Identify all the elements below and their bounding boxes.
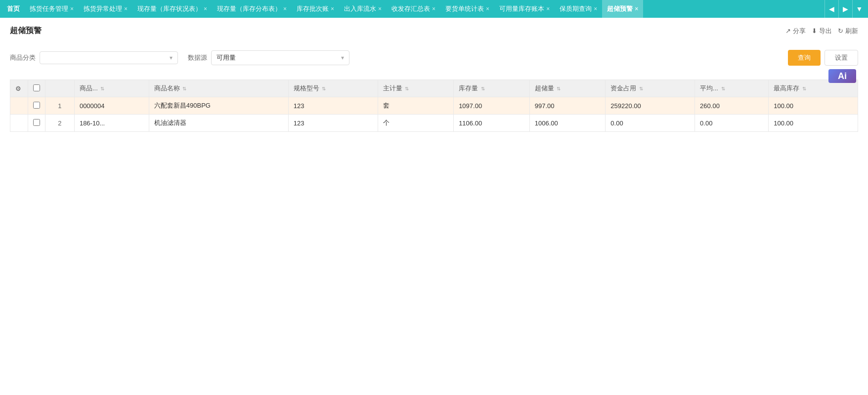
datasource-select-value: 可用量 — [217, 53, 236, 62]
cell-overstock-1: 1006.00 — [529, 115, 606, 132]
nav-close-available-book[interactable]: × — [546, 5, 550, 12]
datasource-filter: 数据源 可用量 ▾ — [188, 50, 349, 65]
row-checkbox-1[interactable] — [33, 119, 40, 126]
th-product-code[interactable]: 商品... ⇅ — [74, 80, 149, 97]
nav-summary[interactable]: 收发存汇总表 × — [387, 0, 440, 18]
select-all-checkbox[interactable] — [33, 84, 40, 91]
cell-product-name-0: 六配套新昌490BPG — [149, 97, 288, 115]
sort-icon-max-inventory: ⇅ — [802, 86, 806, 91]
nav-close-inventory-status[interactable]: × — [204, 5, 207, 12]
th-row-num — [45, 80, 75, 97]
nav-batch-account[interactable]: 库存批次账 × — [292, 0, 339, 18]
cell-num-1: 2 — [45, 115, 75, 132]
cell-max-inventory-1: 100.00 — [769, 115, 858, 132]
cell-product-code-0: 0000004 — [74, 97, 149, 115]
th-spec[interactable]: 规格型号 ⇅ — [288, 80, 378, 97]
cell-gear-0 — [10, 97, 28, 115]
nav-close-batch-account[interactable]: × — [331, 5, 334, 12]
chevron-down-icon-2: ▾ — [341, 54, 344, 61]
export-icon: ⬇ — [812, 27, 817, 35]
nav-arrow-right[interactable]: ▶ — [838, 0, 852, 18]
sort-icon-inventory: ⇅ — [481, 86, 485, 91]
cell-check-0[interactable] — [28, 97, 45, 115]
nav-expiry-query[interactable]: 保质期查询 × — [555, 0, 602, 18]
category-filter: 商品分类 ▾ — [10, 51, 178, 64]
nav-picking-abnormal[interactable]: 拣货异常处理 × — [79, 0, 132, 18]
share-button[interactable]: ↗ 分享 — [785, 27, 806, 36]
datasource-select[interactable]: 可用量 ▾ — [211, 50, 349, 65]
cell-inventory-1: 1106.00 — [454, 115, 530, 132]
sort-icon-capital: ⇅ — [639, 86, 643, 91]
category-select[interactable]: ▾ — [40, 51, 178, 64]
settings-button[interactable]: 设置 — [825, 50, 858, 66]
cell-avg-0: 260.00 — [695, 97, 769, 115]
export-button[interactable]: ⬇ 导出 — [812, 27, 832, 36]
datasource-label: 数据源 — [188, 53, 207, 62]
nav-arrows: ◀ ▶ ▼ — [825, 0, 866, 18]
refresh-icon: ↻ — [838, 27, 843, 35]
nav-picking-task[interactable]: 拣货任务管理 × — [25, 0, 79, 18]
cell-unit-1: 个 — [378, 115, 454, 132]
refresh-button[interactable]: ↻ 刷新 — [838, 27, 858, 36]
nav-close-picking-task[interactable]: × — [70, 5, 74, 12]
cell-gear-1 — [10, 115, 28, 132]
page-header: 超储预警 ↗ 分享 ⬇ 导出 ↻ 刷新 — [10, 26, 858, 36]
nav-order-stat[interactable]: 要货单统计表 × — [440, 0, 494, 18]
th-checkbox[interactable] — [28, 80, 45, 97]
data-table: ⚙ 商品... ⇅ 商品名称 ⇅ 规格型号 ⇅ — [10, 79, 858, 132]
cell-inventory-0: 1097.00 — [454, 97, 530, 115]
cell-unit-0: 套 — [378, 97, 454, 115]
cell-avg-1: 0.00 — [695, 115, 769, 132]
th-gear[interactable]: ⚙ — [10, 80, 28, 97]
th-unit[interactable]: 主计量 ⇅ — [378, 80, 454, 97]
table-row: 2 186-10... 机油滤清器 123 个 1106.00 1006.00 … — [10, 115, 858, 132]
sort-icon-product-code: ⇅ — [100, 86, 104, 91]
nav-overstock-warning[interactable]: 超储预警 × — [602, 0, 643, 18]
nav-close-order-stat[interactable]: × — [486, 5, 489, 12]
nav-close-summary[interactable]: × — [432, 5, 435, 12]
row-checkbox-0[interactable] — [33, 102, 40, 109]
nav-close-inout-flow[interactable]: × — [378, 5, 382, 12]
nav-inout-flow[interactable]: 出入库流水 × — [339, 0, 387, 18]
share-icon: ↗ — [785, 27, 791, 35]
sort-icon-overstock: ⇅ — [557, 86, 561, 91]
cell-check-1[interactable] — [28, 115, 45, 132]
query-button[interactable]: 查询 — [788, 50, 821, 66]
nav-close-overstock-warning[interactable]: × — [635, 5, 638, 12]
table-row: 1 0000004 六配套新昌490BPG 123 套 1097.00 997.… — [10, 97, 858, 115]
sort-icon-unit: ⇅ — [405, 86, 409, 91]
cell-num-0: 1 — [45, 97, 75, 115]
nav-close-inventory-dist[interactable]: × — [283, 5, 287, 12]
cell-spec-1: 123 — [288, 115, 378, 132]
sort-icon-product-name: ⇅ — [182, 86, 186, 91]
nav-arrow-more[interactable]: ▼ — [852, 0, 866, 18]
cell-max-inventory-0: 100.00 — [769, 97, 858, 115]
cell-capital-0: 259220.00 — [606, 97, 695, 115]
nav-inventory-dist[interactable]: 现存量（库存分布表） × — [212, 0, 292, 18]
cell-capital-1: 0.00 — [606, 115, 695, 132]
nav-arrow-left[interactable]: ◀ — [825, 0, 838, 18]
th-avg[interactable]: 平均... ⇅ — [695, 80, 769, 97]
nav-close-expiry-query[interactable]: × — [594, 5, 597, 12]
nav-close-picking-abnormal[interactable]: × — [124, 5, 128, 12]
cell-product-code-1: 186-10... — [74, 115, 149, 132]
nav-home[interactable]: 首页 — [2, 0, 25, 18]
page-content: 超储预警 ↗ 分享 ⬇ 导出 ↻ 刷新 商品分类 ▾ 数据源 — [0, 18, 868, 395]
th-overstock[interactable]: 超储量 ⇅ — [529, 80, 606, 97]
table-body: 1 0000004 六配套新昌490BPG 123 套 1097.00 997.… — [10, 97, 858, 132]
ai-badge[interactable]: Ai — [828, 69, 856, 83]
table-header: ⚙ 商品... ⇅ 商品名称 ⇅ 规格型号 ⇅ — [10, 80, 858, 97]
category-label: 商品分类 — [10, 53, 36, 62]
th-capital[interactable]: 资金占用 ⇅ — [606, 80, 695, 97]
cell-product-name-1: 机油滤清器 — [149, 115, 288, 132]
gear-icon: ⚙ — [15, 85, 21, 92]
nav-available-book[interactable]: 可用量库存账本 × — [494, 0, 555, 18]
page-title: 超储预警 — [10, 26, 42, 36]
filter-btn-group: 查询 设置 — [788, 50, 858, 66]
nav-inventory-status[interactable]: 现存量（库存状况表） × — [132, 0, 212, 18]
th-inventory[interactable]: 库存量 ⇅ — [454, 80, 530, 97]
chevron-down-icon: ▾ — [170, 54, 173, 61]
filter-row: 商品分类 ▾ 数据源 可用量 ▾ 查询 设置 — [10, 44, 858, 72]
header-actions: ↗ 分享 ⬇ 导出 ↻ 刷新 — [785, 27, 858, 36]
th-product-name[interactable]: 商品名称 ⇅ — [149, 80, 288, 97]
